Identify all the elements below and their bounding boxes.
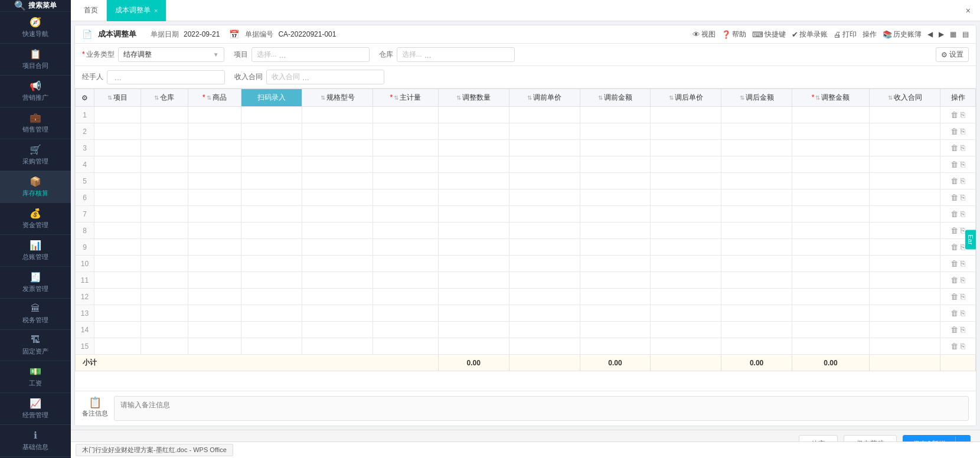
view-btn[interactable]: 👁 视图 <box>692 30 716 40</box>
copy-icon[interactable]: ⎘ <box>961 176 965 185</box>
cell-product[interactable] <box>188 156 241 173</box>
cell-after-price[interactable] <box>651 123 721 140</box>
cell-unit[interactable] <box>373 272 439 289</box>
cell-after-price[interactable] <box>651 338 721 355</box>
cell-income-contract[interactable] <box>870 107 940 123</box>
cell-warehouse[interactable] <box>141 156 188 173</box>
cell-product[interactable] <box>188 123 241 140</box>
shortcut-btn[interactable]: ⌨ 快捷键 <box>752 30 786 40</box>
cell-adjust-qty[interactable] <box>438 140 509 156</box>
cell-project[interactable] <box>94 289 141 305</box>
cell-income-contract[interactable] <box>870 256 940 272</box>
copy-icon[interactable]: ⎘ <box>961 325 965 334</box>
col-project[interactable]: ⇅项目 <box>94 89 141 107</box>
cell-prev-amount[interactable] <box>580 272 651 289</box>
cell-adjust-amount[interactable] <box>792 206 869 223</box>
cell-scan[interactable] <box>241 338 302 355</box>
cell-income-contract[interactable] <box>870 338 940 355</box>
cell-adjust-amount[interactable] <box>792 107 869 123</box>
delete-icon[interactable]: 🗑 <box>950 342 958 351</box>
cell-product[interactable] <box>188 272 241 289</box>
cell-prev-amount[interactable] <box>580 322 651 338</box>
cell-after-amount[interactable] <box>721 223 792 239</box>
cell-warehouse[interactable] <box>141 305 188 322</box>
cell-warehouse[interactable] <box>141 223 188 239</box>
settings-btn[interactable]: ⚙ 设置 <box>936 47 969 62</box>
cell-after-amount[interactable] <box>721 338 792 355</box>
cell-unit[interactable] <box>373 322 439 338</box>
next-btn[interactable]: ▶ <box>939 30 944 38</box>
delete-icon[interactable]: 🗑 <box>950 243 958 251</box>
delete-icon[interactable]: 🗑 <box>950 127 958 136</box>
cell-adjust-amount[interactable] <box>792 173 869 189</box>
cell-income-contract[interactable] <box>870 322 940 338</box>
cell-prev-price[interactable] <box>509 239 580 256</box>
cell-spec[interactable] <box>302 256 373 272</box>
sidebar-item-ledger[interactable]: 📊总账管理 <box>0 235 71 267</box>
cell-unit[interactable] <box>373 140 439 156</box>
cell-income-contract[interactable] <box>870 123 940 140</box>
cell-income-contract[interactable] <box>870 305 940 322</box>
delete-icon[interactable]: 🗑 <box>950 259 958 268</box>
cell-after-price[interactable] <box>651 223 721 239</box>
cell-product[interactable] <box>188 189 241 206</box>
cell-after-amount[interactable] <box>721 239 792 256</box>
cell-spec[interactable] <box>302 156 373 173</box>
cell-income-contract[interactable] <box>870 206 940 223</box>
sidebar-logo-label[interactable]: 搜索菜单 <box>28 1 57 11</box>
copy-icon[interactable]: ⎘ <box>961 193 965 202</box>
cell-product[interactable] <box>188 338 241 355</box>
cell-unit[interactable] <box>373 107 439 123</box>
cell-prev-price[interactable] <box>509 107 580 123</box>
cell-scan[interactable] <box>241 123 302 140</box>
cell-unit[interactable] <box>373 223 439 239</box>
cell-adjust-amount[interactable] <box>792 322 869 338</box>
prev-btn[interactable]: ◀ <box>927 30 933 38</box>
copy-icon[interactable]: ⎘ <box>961 259 965 268</box>
col-after-price[interactable]: ⇅调后单价 <box>651 89 721 107</box>
cell-product[interactable] <box>188 107 241 123</box>
cell-after-price[interactable] <box>651 156 721 173</box>
sidebar-item-finance[interactable]: 💰资金管理 <box>0 203 71 235</box>
cell-product[interactable] <box>188 305 241 322</box>
cell-prev-amount[interactable] <box>580 189 651 206</box>
sidebar-item-sales-mgmt[interactable]: 💼销售管理 <box>0 107 71 139</box>
cell-product[interactable] <box>188 289 241 305</box>
cell-after-amount[interactable] <box>721 173 792 189</box>
cell-after-amount[interactable] <box>721 189 792 206</box>
cell-prev-price[interactable] <box>509 322 580 338</box>
cell-scan[interactable] <box>241 272 302 289</box>
cell-after-amount[interactable] <box>721 272 792 289</box>
cell-adjust-amount[interactable] <box>792 189 869 206</box>
delete-icon[interactable]: 🗑 <box>950 276 958 284</box>
handler-input[interactable]: ... <box>107 70 225 84</box>
cell-scan[interactable] <box>241 289 302 305</box>
cell-adjust-qty[interactable] <box>438 239 509 256</box>
col-adjust-qty[interactable]: ⇅调整数量 <box>438 89 509 107</box>
copy-icon[interactable]: ⎘ <box>961 110 965 119</box>
cell-prev-amount[interactable] <box>580 123 651 140</box>
cell-prev-amount[interactable] <box>580 140 651 156</box>
cell-warehouse[interactable] <box>141 123 188 140</box>
cell-warehouse[interactable] <box>141 338 188 355</box>
cell-prev-price[interactable] <box>509 206 580 223</box>
cell-prev-amount[interactable] <box>580 107 651 123</box>
copy-icon[interactable]: ⎘ <box>961 243 965 251</box>
cell-project[interactable] <box>94 338 141 355</box>
delete-icon[interactable]: 🗑 <box>950 176 958 185</box>
cell-prev-amount[interactable] <box>580 173 651 189</box>
cell-prev-price[interactable] <box>509 338 580 355</box>
sidebar-item-inventory[interactable]: 📦库存核算 <box>0 171 71 203</box>
cell-project[interactable] <box>94 156 141 173</box>
cell-after-price[interactable] <box>651 239 721 256</box>
cell-adjust-amount[interactable] <box>792 338 869 355</box>
income-contract-input[interactable]: 收入合同 ... <box>266 70 384 84</box>
cell-scan[interactable] <box>241 305 302 322</box>
cell-adjust-qty[interactable] <box>438 223 509 239</box>
cell-prev-amount[interactable] <box>580 338 651 355</box>
cell-adjust-qty[interactable] <box>438 107 509 123</box>
cell-income-contract[interactable] <box>870 140 940 156</box>
cell-income-contract[interactable] <box>870 272 940 289</box>
cell-income-contract[interactable] <box>870 289 940 305</box>
col-income-contract[interactable]: ⇅收入合同 <box>870 89 940 107</box>
